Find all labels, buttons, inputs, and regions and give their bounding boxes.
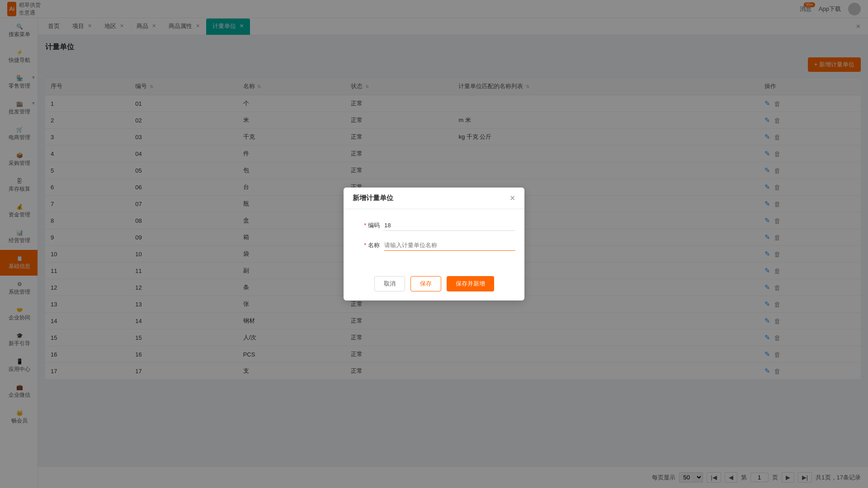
form-row-name: 名称 — [353, 240, 515, 251]
modal-body: 编码 名称 — [344, 209, 524, 271]
save-button[interactable]: 保存 — [410, 276, 441, 291]
modal-close-button[interactable]: ✕ — [509, 194, 515, 202]
modal-overlay[interactable]: 新增计量单位 ✕ 编码 名称 取消 保存 保存并新增 — [0, 0, 868, 488]
modal-header: 新增计量单位 ✕ — [344, 188, 524, 209]
modal-title: 新增计量单位 — [353, 194, 393, 202]
cancel-button[interactable]: 取消 — [374, 276, 405, 291]
code-input[interactable] — [384, 220, 515, 231]
add-unit-modal: 新增计量单位 ✕ 编码 名称 取消 保存 保存并新增 — [344, 188, 524, 300]
name-input[interactable] — [384, 240, 515, 251]
modal-footer: 取消 保存 保存并新增 — [344, 271, 524, 300]
save-new-button[interactable]: 保存并新增 — [447, 276, 494, 291]
form-row-code: 编码 — [353, 220, 515, 231]
name-label: 名称 — [353, 241, 380, 249]
code-label: 编码 — [353, 221, 380, 230]
